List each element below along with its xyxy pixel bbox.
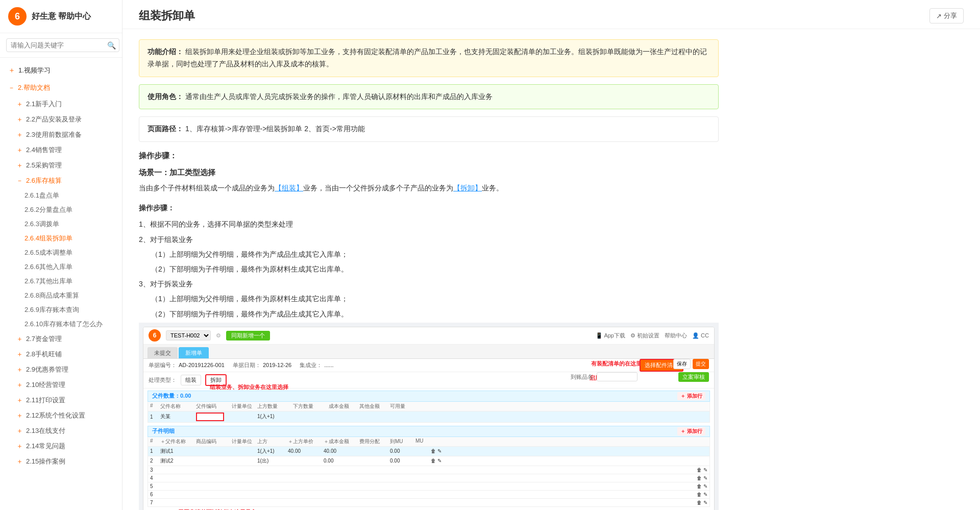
sidebar-item-2-6-10[interactable]: 2.6.10库存账本错了怎么办 [0,317,122,331]
function-intro-label: 功能介绍： [148,47,183,56]
step-3-2: （2）下部明细为子件明细，最终作为产成品生成其它入库单。 [151,308,719,321]
zhuangzhuang-link[interactable]: 【组装】 [275,184,303,192]
mock-upper-code-input[interactable] [196,412,224,421]
sidebar-item-2-6-3[interactable]: 2.6.3调拨单 [0,217,122,231]
sidebar-item-install[interactable]: ＋ 2.2产品安装及登录 [0,112,122,127]
mock-lower-row-1: 1 测试1 1(入+1) 40.00 40.00 0.00 🗑 ✎ [148,447,710,456]
sidebar-item-newbie[interactable]: ＋ 2.1新手入门 [0,96,122,112]
mock-tab-new[interactable]: 新增单 [179,347,209,358]
sidebar-item-2-6-9[interactable]: 2.6.9库存账本查询 [0,303,122,317]
sidebar-item-video[interactable]: ＋ 1.视频学习 [0,62,122,79]
mock-account-input[interactable] [597,372,638,381]
step-1: 1、根据不同的业务，选择不同单据的类型来处理 [139,218,719,231]
mock-action-btn2[interactable]: 提交 [693,359,709,369]
mock-upper-table-header: # 父件名称 父件编码 计量单位 上方数量 下方数量 成本金额 其他金额 可用量 [148,402,710,411]
sidebar-item-2-6-5[interactable]: 2.6.5成本调整单 [0,246,122,260]
search-icon[interactable]: 🔍 [107,41,116,50]
chaijue-link[interactable]: 【拆卸】 [453,184,482,192]
share-button[interactable]: ↗ 分享 [929,8,964,23]
mock-lower-row-7: 7 🗑 ✎ [148,499,710,507]
sidebar-item-purchase[interactable]: ＋ 2.5采购管理 [0,158,122,173]
search-input[interactable] [6,38,119,52]
sidebar-item-ops[interactable]: ＋ 2.10经营管理 [0,377,122,393]
role-text: 通常由生产人员或库管人员完成拆装业务的操作，库管人员确认原材料的出库和产成品的入… [185,92,493,101]
mock-logo: 6 [149,329,161,342]
sidebar-item-coupon[interactable]: ＋ 2.9优惠券管理 [0,362,122,377]
mock-tabs: 未提交 新增单 [143,345,714,359]
collapse-icon: － [8,83,15,92]
sidebar-item-2-6-2[interactable]: 2.6.2分量盘点单 [0,203,122,217]
step-3: 3、对于拆装业务 [139,278,719,290]
sidebar-item-2-6-7[interactable]: 2.6.7其他出库单 [0,274,122,288]
steps-title: 操作步骤： [139,151,719,161]
mock-upper-row-1: 1 关某 1(入+1) [148,411,710,423]
steps-intro-label: 操作步骤： [139,204,719,213]
sidebar-item-2-6-1[interactable]: 2.6.1盘点单 [0,188,122,203]
mock-lower-section: 子件明细 ＋ 添加行 # ＋父件名称 商品编码 计量单位 上方 ＋上方单价 ＋成… [148,426,710,507]
sidebar-item-payment[interactable]: ＋ 2.13在线支付 [0,423,122,439]
step-3-1: （1）上部明细为父件明细，最终作为原材料生成其它出库单； [151,293,719,305]
step-2: 2、对于组装业务 [139,233,719,246]
mock-new-btn[interactable]: 同期新增一个 [226,331,270,341]
sidebar-item-finance[interactable]: ＋ 2.7资金管理 [0,331,122,347]
mock-type-row: 处理类型： 组装 拆卸 组装业务、拆卸业务在这里选择 启用处理 到账品名 立案审… [143,372,714,388]
function-intro-block: 功能介绍： 组装拆卸单用来处理企业组装或拆卸等加工业务，支持有固定装配清单的产品… [139,39,719,77]
role-label: 使用角色： [148,92,183,101]
share-icon: ↗ [936,12,942,20]
mock-upper-header: 父件数量：0.00 ＋ 添加行 [148,391,710,402]
search-area: 🔍 [0,33,122,58]
mock-lower-row-6: 6 🗑 ✎ [148,491,710,499]
app-name: 好生意 帮助中心 [32,11,91,22]
role-block: 使用角色： 通常由生产人员或库管人员完成拆装业务的操作，库管人员确认原材料的出库… [139,84,719,110]
path-text: 1、库存核算->库存管理->组装拆卸单 2、首页->常用功能 [185,125,365,133]
sidebar-item-mobile[interactable]: ＋ 2.8手机旺铺 [0,347,122,362]
mock-confirm-btn[interactable]: 立案审核 [678,372,709,382]
mock-action-btn1[interactable]: 保存 [673,359,691,369]
scenario1-desc: 当由多个子件材料组装成一个成品的业务为【组装】业务，当由一个父件拆分成多个子产品… [139,182,719,195]
sidebar-item-personalize[interactable]: ＋ 2.12系统个性化设置 [0,408,122,423]
header-bar: 组装拆卸单 ↗ 分享 [122,0,980,29]
nav-list: ＋ 1.视频学习 － 2.帮助文档 ＋ 2.1新手入门 ＋ 2.2产品安装及登录… [0,58,122,510]
mock-lower-row-4: 4 🗑 ✎ [148,474,710,482]
mock-lower-row-2: 2 测试2 1(出) 0.00 0.00 🗑 ✎ [148,456,710,466]
logo-area: 6 好生意 帮助中心 [0,0,122,33]
content-body: 功能介绍： 组装拆卸单用来处理企业组装或拆卸等加工业务，支持有固定装配清单的产品… [122,29,735,510]
sidebar-item-inventory[interactable]: － 2.6库存核算 [0,173,122,188]
mock-lower-header: 子件明细 ＋ 添加行 [148,426,710,437]
sidebar-item-data[interactable]: ＋ 2.3使用前数据准备 [0,127,122,142]
mock-company-select[interactable]: TEST-H002 [166,330,211,341]
expand-icon: ＋ [8,66,15,75]
step-2-2: （2）下部明细为子件明细，最终作为原材料生成其它出库单。 [151,263,719,276]
function-intro-text: 组装拆卸单用来处理企业组装或拆卸等加工业务，支持有固定装配清单的产品加工业务，也… [148,47,707,68]
mock-tab-uncommit[interactable]: 未提交 [148,347,178,358]
sidebar-item-print[interactable]: ＋ 2.11打印设置 [0,393,122,408]
sidebar-item-faq[interactable]: ＋ 2.14常见问题 [0,439,122,454]
sidebar-item-sales[interactable]: ＋ 2.4销售管理 [0,142,122,158]
path-block: 页面路径： 1、库存核算->库存管理->组装拆卸单 2、首页->常用功能 [139,116,719,142]
page-title: 组装拆卸单 [139,8,195,23]
mock-lower-row-3: 3 🗑 ✎ [148,466,710,474]
sidebar-item-2-6-6[interactable]: 2.6.6其他入库单 [0,260,122,274]
mock-form-header: 单据编号： AD-20191226-001 单据日期： 2019-12-26 集… [143,359,714,372]
main-content: 组装拆卸单 ↗ 分享 功能介绍： 组装拆卸单用来处理企业组装或拆卸等加工业务，支… [122,0,980,510]
scenario1-title: 场景一：加工类型选择 [139,168,719,178]
steps-list: 1、根据不同的业务，选择不同单据的类型来处理 2、对于组装业务 （1）上部明细为… [139,218,719,320]
path-label: 页面路径： [148,125,183,133]
sidebar-item-2-6-8[interactable]: 2.6.8商品成本重算 [0,288,122,303]
sidebar-item-docs[interactable]: － 2.帮助文档 [0,79,122,96]
sidebar: 6 好生意 帮助中心 🔍 ＋ 1.视频学习 － 2.帮助文档 ＋ 2.1新手入门… [0,0,122,510]
annotation-type: 组装业务、拆卸业务在这里选择 [210,383,288,391]
mock-lower-row-5: 5 🗑 ✎ [148,482,710,491]
mock-lower-table-header: # ＋父件名称 商品编码 计量单位 上方 ＋上方单价 ＋成本金额 费用分配 到M… [148,437,710,447]
sidebar-item-cases[interactable]: ＋ 2.15操作案例 [0,454,122,469]
step-2-1: （1）上部明细为父件明细，最终作为产成品生成其它入库单； [151,248,719,261]
mock-upper-section: 父件数量：0.00 ＋ 添加行 # 父件名称 父件编码 计量单位 上方数量 下方… [148,391,710,423]
screenshot-container: 6 TEST-H002 ⚙ 同期新增一个 📱 App下载 ⚙ 初始设置 帮助中心… [139,323,719,510]
sidebar-item-2-6-4[interactable]: 2.6.4组装拆卸单 [0,231,122,246]
app-logo: 6 [8,7,27,26]
